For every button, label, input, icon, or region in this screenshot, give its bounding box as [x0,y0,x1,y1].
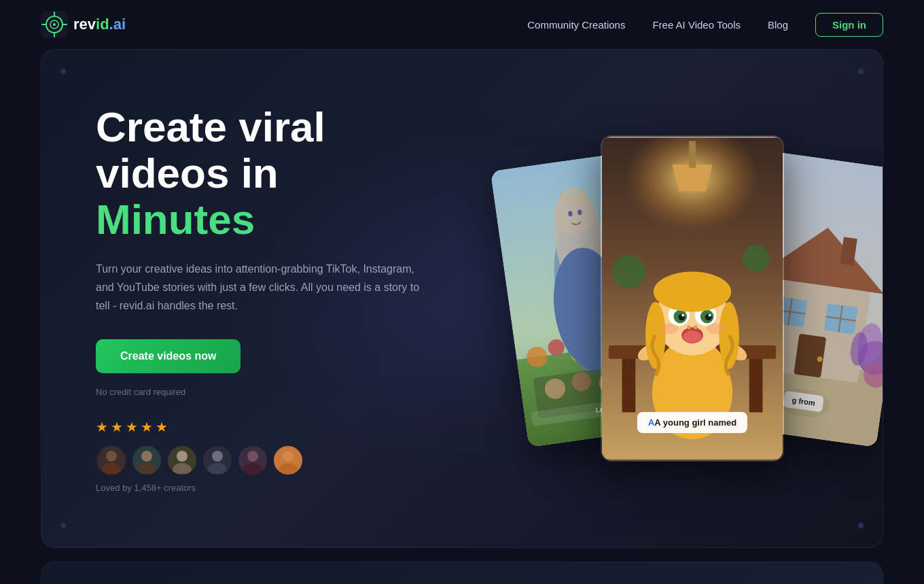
svg-point-3 [53,23,56,26]
hero-title: Create viral videos in Minutes [96,104,436,243]
svg-rect-39 [622,359,636,413]
hero-content: Create viral videos in Minutes Turn your… [41,50,490,547]
nav-blog[interactable]: Blog [768,19,788,31]
svg-point-62 [645,302,666,369]
star-3: ★ [126,419,138,435]
create-videos-button[interactable]: Create videos now [96,339,241,373]
card-center-subtitle: AA young girl named [637,412,747,433]
avatar-3 [166,445,198,476]
svg-point-18 [283,451,294,462]
svg-point-65 [694,325,698,329]
svg-point-8 [106,451,117,462]
avatar-4 [202,445,233,476]
svg-point-12 [177,451,188,462]
svg-point-13 [173,463,192,474]
signin-button[interactable]: Sign in [815,13,883,37]
star-4: ★ [141,419,153,435]
svg-point-15 [208,463,227,474]
svg-marker-42 [672,165,712,191]
svg-point-58 [709,314,711,317]
svg-rect-73 [794,334,826,378]
svg-point-19 [279,463,298,474]
svg-point-16 [247,451,258,462]
svg-rect-40 [749,359,763,413]
star-rating: ★ ★ ★ ★ ★ [96,419,436,435]
avatar-1 [96,445,127,476]
hero-section: Create viral videos in Minutes Turn your… [41,49,883,548]
svg-point-66 [660,324,679,334]
navbar: revid.ai Community Creations Free AI Vid… [0,0,924,49]
svg-point-10 [141,451,152,462]
svg-point-60 [683,330,702,343]
avatar-6 [272,445,304,476]
nav-community[interactable]: Community Creations [527,19,625,31]
svg-rect-43 [689,141,696,168]
hero-visual: Lo... [488,122,883,475]
svg-point-17 [243,463,262,474]
svg-point-64 [687,325,691,329]
star-1: ★ [96,419,108,435]
svg-point-61 [654,272,731,312]
svg-point-14 [212,451,223,462]
logo[interactable]: revid.ai [41,11,126,38]
avatar-5 [237,445,268,476]
video-card-center: AA young girl named [601,135,784,462]
nav-links: Community Creations Free AI Video Tools … [527,13,883,37]
avatar-2 [131,445,162,476]
logo-text: revid.ai [73,16,126,33]
creator-avatars [96,445,436,476]
svg-point-44 [612,255,645,288]
logo-icon [41,11,68,38]
hero-description: Turn your creative ideas into attention-… [96,260,436,315]
stats-section: 240,909+ Videos Created 68 Countries 1,4… [41,562,883,584]
cta-wrapper: Create videos now No credit card require… [96,339,436,397]
decoration-dot-tr [858,69,864,74]
svg-point-57 [681,314,684,317]
svg-point-67 [707,324,726,334]
star-2: ★ [111,419,123,435]
no-credit-card-text: No credit card required [96,387,436,397]
card-bg-center: AA young girl named [602,137,783,460]
svg-point-11 [137,463,156,474]
svg-point-9 [102,463,121,474]
loved-by-text: Loved by 1,458+ creators [96,483,436,493]
svg-point-45 [743,245,769,271]
star-5: ★ [156,419,168,435]
nav-tools[interactable]: Free AI Video Tools [652,19,741,31]
decoration-dot-br [858,523,864,528]
